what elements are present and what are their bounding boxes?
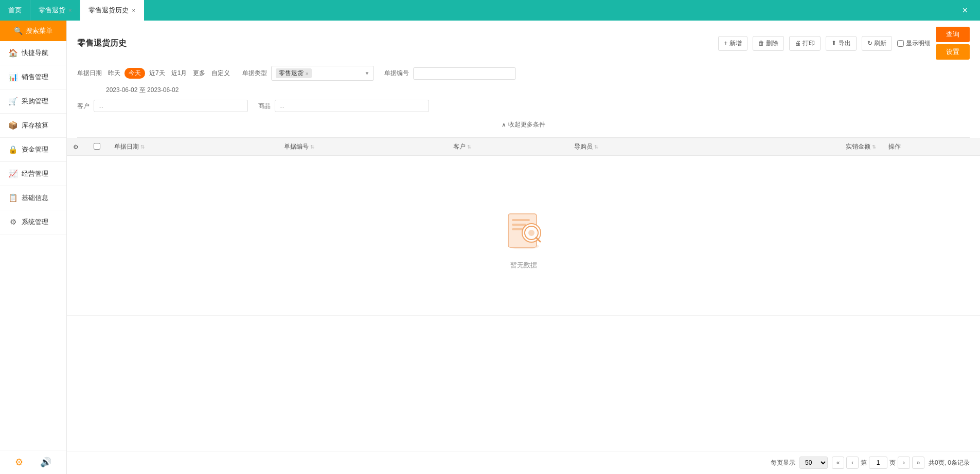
empty-icon (498, 201, 549, 252)
date-opt-7days[interactable]: 近7天 (147, 68, 167, 79)
th-amount[interactable]: 实销金额 ⇅ (713, 138, 883, 156)
collapse-row: ∧ 收起更多条件 (77, 117, 970, 132)
collapse-label: 收起更多条件 (508, 120, 545, 129)
customer-input[interactable] (94, 100, 248, 112)
tab-retail-return-label: 零售退货 (39, 6, 65, 15)
delete-button[interactable]: 🗑 删除 (753, 36, 784, 51)
empty-cell: 暂无数据 (67, 156, 980, 316)
sidebar-settings-icon[interactable]: ⚙ (15, 457, 23, 468)
tab-retail-return-history-close[interactable]: × (132, 7, 135, 13)
goods-filter: 商品 (258, 100, 429, 112)
date-filter: 单据日期 昨天 今天 近7天 近1月 更多 自定义 (77, 68, 232, 79)
doc-type-tag-value: 零售退货 (279, 69, 304, 78)
th-checkbox[interactable] (87, 138, 108, 156)
table-header-row: ⚙ 单据日期 ⇅ 单据编号 ⇅ 客户 ⇅ (67, 138, 980, 156)
page-header: 零售退货历史 + 新增 🗑 删除 🖨 打印 ⬆ 导出 ↻ 刷新 显示明细 查询 … (67, 21, 980, 138)
show-detail-checkbox-wrap[interactable]: 显示明细 (897, 39, 931, 48)
sidebar-item-system-mgmt[interactable]: ⚙ 系统管理 (0, 210, 66, 234)
th-settings[interactable]: ⚙ (67, 138, 87, 156)
sidebar-item-finance[interactable]: 🔒 资金管理 (0, 138, 66, 162)
refresh-button[interactable]: ↻ 刷新 (862, 36, 892, 51)
svg-point-8 (528, 230, 534, 236)
goods-input[interactable] (275, 100, 429, 112)
inventory-icon: 📦 (8, 121, 17, 130)
export-button[interactable]: ⬆ 导出 (826, 36, 856, 51)
doc-type-select[interactable]: 零售退货 × ▼ (271, 66, 374, 81)
doc-number-filter-label: 单据编号 (384, 69, 409, 78)
th-doc-date[interactable]: 单据日期 ⇅ (108, 138, 278, 156)
th-customer[interactable]: 客户 ⇅ (447, 138, 568, 156)
select-all-checkbox[interactable] (94, 143, 100, 150)
header-actions: + 新增 🗑 删除 🖨 打印 ⬆ 导出 ↻ 刷新 显示明细 查询 设置 (718, 27, 970, 60)
top-bar: 首页 零售退货 × 零售退货历史 × × (0, 0, 980, 21)
doc-number-input[interactable] (413, 67, 516, 80)
first-page-button[interactable]: « (832, 457, 844, 469)
doc-number-sort-icon: ⇅ (310, 144, 314, 150)
sidebar-search[interactable]: 🔍 搜索菜单 (0, 21, 66, 41)
last-page-button[interactable]: » (912, 457, 924, 469)
date-opt-1month[interactable]: 近1月 (169, 68, 189, 79)
sidebar-item-sales-mgmt-label: 销售管理 (22, 72, 48, 82)
th-guide[interactable]: 导购员 ⇅ (568, 138, 713, 156)
doc-type-tag-close[interactable]: × (305, 70, 308, 77)
next-page-button[interactable]: › (898, 457, 910, 469)
sidebar-footer: ⚙ 🔊 (0, 450, 66, 474)
settings-button[interactable]: 设置 (936, 44, 970, 60)
empty-text: 暂无数据 (510, 261, 537, 270)
th-doc-number[interactable]: 单据编号 ⇅ (278, 138, 448, 156)
page-number-input[interactable] (869, 457, 887, 469)
tab-retail-return-history-label: 零售退货历史 (88, 6, 129, 15)
date-opt-custom[interactable]: 自定义 (209, 68, 232, 79)
sidebar-item-finance-label: 资金管理 (22, 145, 48, 154)
doc-type-select-arrow: ▼ (364, 70, 369, 76)
search-icon: 🔍 (14, 27, 23, 35)
sidebar-item-purchase-mgmt-label: 采购管理 (22, 97, 48, 106)
business-mgmt-icon: 📈 (8, 169, 17, 178)
sidebar-item-basic-info[interactable]: 📋 基础信息 (0, 186, 66, 210)
tab-retail-return-history[interactable]: 零售退货历史 × (80, 0, 144, 21)
date-filter-label: 单据日期 (77, 69, 102, 78)
sidebar-search-label: 搜索菜单 (26, 26, 52, 35)
print-button[interactable]: 🖨 打印 (789, 36, 821, 51)
tab-home-label: 首页 (8, 6, 22, 15)
empty-row: 暂无数据 (67, 156, 980, 316)
amount-sort-icon: ⇅ (872, 144, 876, 150)
page-nav: « ‹ 第 页 › » (832, 457, 924, 469)
system-mgmt-icon: ⚙ (8, 217, 17, 227)
sidebar-item-quick-nav[interactable]: 🏠 快捷导航 (0, 41, 66, 65)
filter-area: 单据日期 昨天 今天 近7天 近1月 更多 自定义 单据类型 (77, 66, 970, 138)
tab-retail-return[interactable]: 零售退货 × (30, 0, 80, 21)
sidebar-audio-icon[interactable]: 🔊 (40, 457, 51, 468)
sidebar-item-quick-nav-label: 快捷导航 (22, 48, 48, 58)
tab-retail-return-close[interactable]: × (68, 7, 72, 13)
tab-home[interactable]: 首页 (0, 0, 30, 21)
page-title-row: 零售退货历史 + 新增 🗑 删除 🖨 打印 ⬆ 导出 ↻ 刷新 显示明细 查询 … (77, 27, 970, 60)
collapse-button[interactable]: ∧ 收起更多条件 (502, 120, 545, 129)
customer-sort-icon: ⇅ (467, 144, 471, 150)
prev-page-button[interactable]: ‹ (846, 457, 859, 469)
date-opt-yesterday[interactable]: 昨天 (106, 68, 122, 79)
sidebar-item-purchase-mgmt[interactable]: 🛒 采购管理 (0, 89, 66, 114)
doc-number-filter: 单据编号 (384, 67, 516, 80)
table-body: 暂无数据 (67, 156, 980, 316)
new-button[interactable]: + 新增 (718, 36, 747, 51)
sidebar-item-inventory[interactable]: 📦 库存核算 (0, 114, 66, 138)
sidebar-item-business-mgmt[interactable]: 📈 经营管理 (0, 162, 66, 186)
date-opt-more[interactable]: 更多 (191, 68, 207, 79)
filter-row-2: 客户 商品 (77, 100, 970, 112)
query-button[interactable]: 查询 (936, 27, 970, 42)
svg-rect-3 (512, 224, 526, 226)
th-doc-date-label: 单据日期 (114, 143, 139, 150)
sidebar-item-system-mgmt-label: 系统管理 (22, 217, 48, 227)
sidebar-item-sales-mgmt[interactable]: 📊 销售管理 (0, 65, 66, 89)
filter-row-date-range: 2023-06-02 至 2023-06-02 (77, 86, 970, 95)
page-title: 零售退货历史 (77, 38, 127, 49)
date-opt-today[interactable]: 今天 (124, 68, 145, 79)
show-detail-checkbox[interactable] (897, 40, 904, 47)
topbar-right: × (958, 5, 980, 16)
table-head: ⚙ 单据日期 ⇅ 单据编号 ⇅ 客户 ⇅ (67, 138, 980, 156)
window-close-button[interactable]: × (958, 5, 972, 16)
total-text: 共0页, 0条记录 (929, 459, 970, 467)
page-size-select[interactable]: 20 50 100 200 (799, 457, 828, 469)
finance-icon: 🔒 (8, 145, 17, 154)
